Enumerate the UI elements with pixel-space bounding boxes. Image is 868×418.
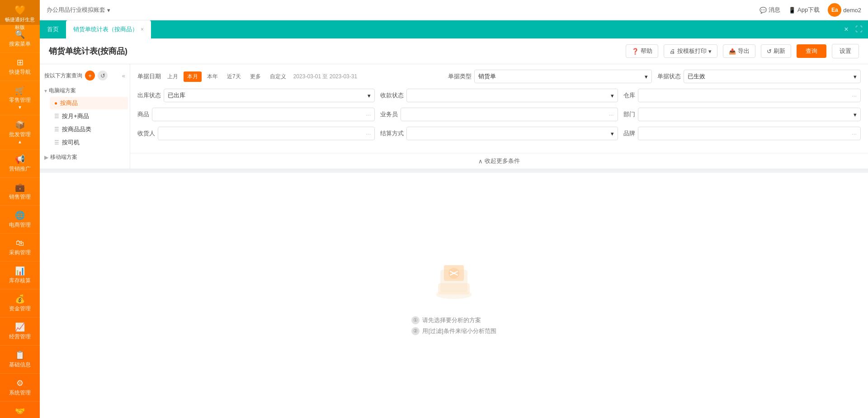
- operations-icon: 📈: [15, 322, 25, 332]
- industry-selector[interactable]: 办公用品行业模拟账套 ▾: [47, 6, 110, 14]
- grid-icon: ⊞: [17, 57, 24, 67]
- sidebar-item-basic[interactable]: 📋 基础信息: [0, 346, 40, 374]
- scheme-item-icon-active: ●: [54, 100, 57, 106]
- scheme-header-title: 按以下方案查询: [44, 72, 82, 80]
- sidebar-item-inventory[interactable]: 📊 库存核算: [0, 261, 40, 290]
- recipient-select[interactable]: ···: [158, 127, 375, 140]
- brand-field: 品牌 ···: [623, 127, 861, 140]
- sidebar-item-search[interactable]: 🔍 搜索菜单: [0, 25, 40, 53]
- brand-more-icon: ···: [852, 130, 857, 137]
- scheme-refresh-btn[interactable]: ↺: [98, 71, 108, 81]
- sidebar-item-sales[interactable]: 💼 销售管理: [0, 178, 40, 206]
- sidebar-item-quick-nav[interactable]: ⊞ 快捷导航: [0, 53, 40, 81]
- recipient-label: 收货人: [137, 129, 155, 138]
- sidebar-item-purchase[interactable]: 🛍 采购管理: [0, 234, 40, 261]
- filter-right-area: 单据日期 上月 本月 本年 近7天 更多 自定义 2023-03-01 至 20…: [130, 64, 868, 169]
- sidebar-item-label: 销售管理: [9, 193, 31, 201]
- empty-tip-1: ① 请先选择要分析的方案: [411, 316, 496, 324]
- filter-right: 单据日期 上月 本月 本年 近7天 更多 自定义 2023-03-01 至 20…: [130, 64, 868, 151]
- scheme-collapse-btn[interactable]: «: [122, 72, 125, 79]
- brand-select[interactable]: ···: [638, 127, 861, 140]
- group-mobile-label: 移动端方案: [50, 153, 77, 161]
- department-select[interactable]: ▾: [638, 108, 861, 121]
- doc-type-label: 单据类型: [448, 72, 472, 81]
- print-btn[interactable]: 🖨 按模板打印 ▾: [664, 44, 717, 58]
- content-area: 销货单统计表(按商品) ❓ 帮助 🖨 按模板打印 ▾ 📤 导出 ↺ 刷新: [40, 38, 868, 418]
- recipient-more-icon: ···: [366, 130, 371, 137]
- app-download-btn[interactable]: 📱 App下载: [788, 6, 820, 14]
- chevron-down-icon: ▾: [19, 104, 21, 110]
- scheme-panel: 按以下方案查询 + ↺ « ▾: [40, 64, 130, 169]
- query-button[interactable]: 查询: [797, 44, 826, 58]
- sidebar: 🧡 畅捷通好生意 标版 🔍 搜索菜单 ⊞ 快捷导航 🛒 零售管理 ▾ 📦 批发管…: [0, 0, 40, 418]
- scheme-add-btn[interactable]: +: [85, 71, 95, 81]
- date-last-7-days-btn[interactable]: 近7天: [223, 71, 245, 82]
- minimize-btn[interactable]: ×: [842, 25, 851, 34]
- scheme-item-label: 按商品品类: [62, 125, 91, 133]
- date-more-btn[interactable]: 更多: [246, 71, 264, 82]
- retail-icon: 🛒: [15, 86, 25, 95]
- warehouse-more-icon: ···: [852, 92, 857, 99]
- scheme-item-by-category[interactable]: ☰ 按商品品类: [50, 123, 128, 136]
- sidebar-item-system[interactable]: ⚙ 系统管理: [0, 374, 40, 402]
- page-header: 销货单统计表(按商品) ❓ 帮助 🖨 按模板打印 ▾ 📤 导出 ↺ 刷新: [40, 38, 868, 64]
- scheme-group-pc-title[interactable]: ▾ 电脑端方案: [40, 85, 130, 96]
- scheme-item-by-driver[interactable]: ☰ 按司机: [50, 136, 128, 149]
- user-profile[interactable]: Ea demo2: [828, 3, 861, 17]
- scheme-item-by-product[interactable]: ● 按商品: [50, 97, 128, 109]
- sidebar-item-retail[interactable]: 🛒 零售管理 ▾: [0, 81, 40, 115]
- filter-row-1: 单据日期 上月 本月 本年 近7天 更多 自定义 2023-03-01 至 20…: [137, 70, 861, 83]
- export-btn[interactable]: 📤 导出: [723, 44, 755, 58]
- tip-num-1: ①: [411, 316, 420, 324]
- ecommerce-icon: 🌐: [15, 210, 25, 220]
- sidebar-item-operations[interactable]: 📈 经营管理: [0, 318, 40, 346]
- date-range-text: 2023-03-01 至 2023-03-31: [293, 73, 357, 81]
- settings-button[interactable]: 设置: [832, 44, 859, 58]
- help-btn[interactable]: ❓ 帮助: [626, 44, 658, 58]
- tip-num-2: ②: [411, 327, 420, 335]
- refresh-btn[interactable]: ↺ 刷新: [761, 44, 791, 58]
- basic-icon: 📋: [15, 350, 25, 360]
- settlement-arrow-icon: ▾: [611, 130, 614, 137]
- help-icon: ❓: [632, 48, 639, 55]
- message-btn[interactable]: 💬 消息: [760, 6, 780, 14]
- doc-type-value: 销货单: [478, 72, 496, 81]
- tabbar: 首页 销货单统计表（按商品） × × ⛶: [40, 20, 868, 38]
- window-controls: × ⛶: [842, 25, 868, 34]
- warehouse-label: 仓库: [623, 91, 635, 100]
- sidebar-item-label: 快捷导航: [9, 68, 31, 76]
- product-select[interactable]: ···: [152, 108, 375, 121]
- maximize-btn[interactable]: ⛶: [854, 25, 863, 34]
- message-icon: 💬: [760, 7, 767, 14]
- app-logo: 🧡 畅捷通好生意 标版: [0, 0, 40, 25]
- scheme-item-by-month-product[interactable]: ☰ 按月+商品: [50, 110, 128, 123]
- doc-type-select[interactable]: 销货单 ▾: [474, 70, 651, 83]
- doc-status-select[interactable]: 已生效 ▾: [684, 70, 861, 83]
- topbar-left: 办公用品行业模拟账套 ▾: [47, 6, 110, 14]
- date-current-year-btn[interactable]: 本年: [203, 71, 222, 82]
- filter-panel: 按以下方案查询 + ↺ « ▾: [40, 64, 868, 169]
- tab-active[interactable]: 销货单统计表（按商品） ×: [66, 20, 151, 38]
- industry-label: 办公用品行业模拟账套: [47, 6, 105, 14]
- collapse-section: ∧ 收起更多条件: [130, 153, 868, 169]
- settlement-select[interactable]: ▾: [406, 127, 618, 140]
- tab-close-icon[interactable]: ×: [141, 26, 144, 33]
- sidebar-item-ecommerce[interactable]: 🌐 电商管理: [0, 206, 40, 234]
- scheme-group-mobile-title[interactable]: ▶ 移动端方案: [40, 152, 130, 163]
- date-custom-btn[interactable]: 自定义: [266, 71, 290, 82]
- sidebar-item-wholesale[interactable]: 📦 批发管理 ▴: [0, 115, 40, 150]
- industry-arrow-icon: ▾: [107, 7, 110, 14]
- date-last-month-btn[interactable]: 上月: [164, 71, 182, 82]
- topbar: 办公用品行业模拟账套 ▾ 💬 消息 📱 App下载 Ea demo2: [40, 0, 868, 20]
- collapse-btn[interactable]: ∧ 收起更多条件: [478, 157, 520, 165]
- tab-home[interactable]: 首页: [40, 20, 66, 38]
- sidebar-item-finance[interactable]: 💰 资金管理: [0, 290, 40, 318]
- sidebar-item-label: 零售管理: [9, 96, 31, 104]
- date-current-month-btn[interactable]: 本月: [184, 71, 202, 82]
- salesperson-select[interactable]: ···: [401, 108, 618, 121]
- collect-status-select[interactable]: ▾: [406, 89, 618, 102]
- sidebar-item-enterprise[interactable]: 🤝 企业协同: [0, 402, 40, 418]
- sidebar-item-marketing[interactable]: 📢 营销推广: [0, 150, 40, 178]
- out-status-select[interactable]: 已出库 ▾: [164, 89, 375, 102]
- warehouse-select[interactable]: ···: [638, 89, 861, 102]
